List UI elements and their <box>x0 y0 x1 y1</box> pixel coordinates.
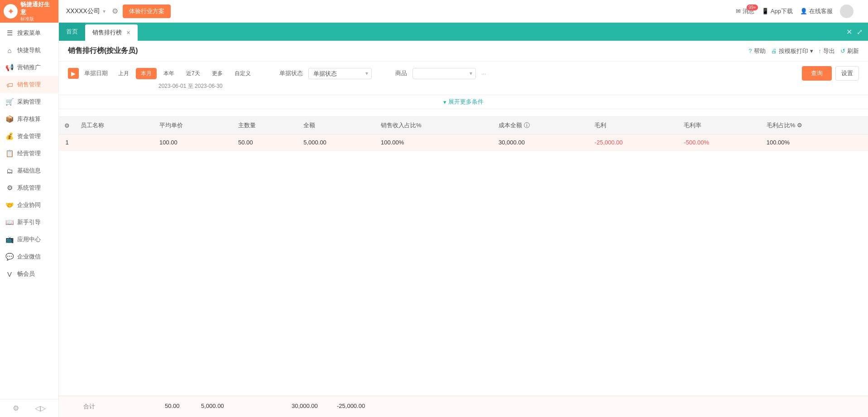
more-filters-icon[interactable]: ··· <box>481 70 486 77</box>
expand-conditions-button[interactable]: ▾ 展开更多条件 <box>443 98 484 106</box>
export-button[interactable]: ↑ 导出 <box>819 47 835 55</box>
sidebar-item-operation[interactable]: 📋经营管理 <box>0 145 58 162</box>
filter-collapse-icon[interactable]: ▶ <box>68 68 79 79</box>
sidebar-label-basic: 基础信息 <box>17 167 41 175</box>
online-service-button[interactable]: 👤 在线客服 <box>800 7 833 15</box>
sidebar-label-sales: 销售管理 <box>17 81 41 89</box>
th-gross: 毛利 <box>589 117 678 134</box>
th-amount: 全额 <box>298 117 375 134</box>
tabbar-restore-icon[interactable]: ⤢ <box>857 28 863 36</box>
app-download-button[interactable]: 📱 App下载 <box>762 7 793 15</box>
status-select[interactable]: 单据状态 <box>308 68 372 79</box>
sidebar-item-apps[interactable]: 📺应用中心 <box>0 231 58 248</box>
filter-btn-7days[interactable]: 近7天 <box>181 68 205 79</box>
filter-btn-this-month[interactable]: 本月 <box>136 68 157 79</box>
query-button[interactable]: 查询 <box>802 66 832 81</box>
sidebar-item-inventory[interactable]: 📦库存核算 <box>0 110 58 128</box>
td-rank: 1 <box>59 134 75 151</box>
footer-sales-pct <box>241 401 286 412</box>
th-sales-pct: 销售收入占比% <box>375 117 493 134</box>
print-dropdown-icon: ▾ <box>810 48 813 54</box>
message-button[interactable]: ✉ 消息 99+ <box>736 7 754 15</box>
nav-icon: ⌂ <box>5 47 14 54</box>
page-title: 销售排行榜(按业务员) <box>68 46 138 56</box>
td-sales-pct: 100.00% <box>375 134 493 151</box>
marketing-icon: 📢 <box>5 63 14 72</box>
app-download-icon: 📱 <box>762 8 769 14</box>
print-button[interactable]: 🖨 按模板打印 ▾ <box>771 47 813 55</box>
th-gross-pct: 毛利占比% ⚙ <box>761 117 868 134</box>
sidebar-label-finance: 资金管理 <box>17 132 41 140</box>
filter-btn-this-year[interactable]: 本年 <box>158 68 179 79</box>
collapse-sidebar-icon[interactable]: ◁▷ <box>35 404 46 412</box>
company-name: XXXXX公司 <box>66 7 100 15</box>
filter-btn-last-month[interactable]: 上月 <box>113 68 134 79</box>
filter-action-buttons: 查询 设置 <box>802 66 859 81</box>
date-range-display: 2023-06-01 至 2023-06-30 <box>158 82 859 90</box>
settings-footer-icon[interactable]: ⚙ <box>13 404 19 412</box>
tab-close-icon[interactable]: ✕ <box>126 30 130 36</box>
sidebar-item-marketing[interactable]: 📢营销推广 <box>0 59 58 76</box>
tab-home[interactable]: 首页 <box>59 23 85 41</box>
main-area: XXXXX公司 ▾ ⚙ 体验行业方案 ✉ 消息 99+ 📱 App下载 👤 在线… <box>59 0 868 417</box>
export-icon: ↑ <box>819 48 822 54</box>
sidebar-item-member[interactable]: V畅会员 <box>0 265 58 283</box>
apps-icon: 📺 <box>5 235 14 244</box>
sidebar: ✦ 畅捷通好生意 标准版 ☰搜索菜单⌂快捷导航📢营销推广🏷销售管理🛒采购管理📦库… <box>0 0 59 417</box>
sidebar-label-system: 系统管理 <box>17 184 41 192</box>
sidebar-item-wechat[interactable]: 💬企业微信 <box>0 248 58 265</box>
td-qty: 50.00 <box>233 134 298 151</box>
sidebar-item-search[interactable]: ☰搜索菜单 <box>0 24 58 42</box>
sidebar-item-sales[interactable]: 🏷销售管理 <box>0 76 58 93</box>
sidebar-item-basic[interactable]: 🗂基础信息 <box>0 162 58 179</box>
sidebar-label-inventory: 库存核算 <box>17 115 41 123</box>
refresh-button[interactable]: ↺ 刷新 <box>840 47 859 55</box>
footer-qty: 50.00 <box>159 401 196 412</box>
sidebar-label-member: 畅会员 <box>17 270 35 278</box>
expand-label: 展开更多条件 <box>448 98 484 106</box>
filter-row: ▶ 单据日期 上月 本月 本年 近7天 更多 自定义 单据状态 单据状态 <box>68 66 859 81</box>
footer-cost: 30,000.00 <box>286 401 331 412</box>
purchase-icon: 🛒 <box>5 98 14 106</box>
sidebar-item-purchase[interactable]: 🛒采购管理 <box>0 93 58 110</box>
print-label: 按模板打印 <box>779 47 808 55</box>
sidebar-item-guide[interactable]: 📖新手引导 <box>0 214 58 231</box>
footer-gross-pct <box>422 401 467 412</box>
home-tab-label: 首页 <box>66 28 78 36</box>
app-edition: 标准版 <box>20 16 55 22</box>
topbar-gear-icon[interactable]: ⚙ <box>112 7 118 15</box>
goods-select[interactable] <box>412 68 476 79</box>
help-icon: ? <box>748 48 752 54</box>
service-icon: 👤 <box>800 8 807 14</box>
user-avatar[interactable] <box>840 5 854 18</box>
tabbar-actions: ✕ ⤢ <box>846 28 868 36</box>
sidebar-item-system[interactable]: ⚙系统管理 <box>0 179 58 197</box>
setting-button[interactable]: 设置 <box>835 66 859 81</box>
table-row: 1 100.00 50.00 5,000.00 100.00% 30,000.0… <box>59 134 868 151</box>
tab-ranking[interactable]: 销售排行榜 ✕ <box>85 24 138 41</box>
status-select-wrap: 单据状态 <box>308 68 372 79</box>
sidebar-item-nav[interactable]: ⌂快捷导航 <box>0 42 58 59</box>
th-settings[interactable]: ⚙ <box>59 117 75 134</box>
sidebar-label-marketing: 营销推广 <box>17 63 41 72</box>
th-qty: 主数量 <box>233 117 298 134</box>
filter-btn-custom[interactable]: 自定义 <box>230 68 256 79</box>
expand-bar: ▾ 展开更多条件 <box>59 95 868 109</box>
message-icon: ✉ <box>736 8 741 14</box>
page-content: 销售排行榜(按业务员) ? 帮助 🖨 按模板打印 ▾ ↑ 导出 ↺ 刷新 <box>59 41 868 417</box>
help-button[interactable]: ? 帮助 <box>748 47 765 55</box>
sidebar-nav: ☰搜索菜单⌂快捷导航📢营销推广🏷销售管理🛒采购管理📦库存核算💰资金管理📋经营管理… <box>0 23 58 399</box>
date-filter-buttons: 上月 本月 本年 近7天 更多 自定义 <box>113 68 256 79</box>
status-filter-label: 单据状态 <box>279 69 303 77</box>
filter-btn-more[interactable]: 更多 <box>207 68 228 79</box>
sidebar-item-coop[interactable]: 🤝企业协同 <box>0 197 58 214</box>
company-selector[interactable]: XXXXX公司 ▾ <box>66 7 106 15</box>
goods-select-wrap <box>412 68 476 79</box>
tabbar-close-icon[interactable]: ✕ <box>846 28 852 36</box>
print-icon: 🖨 <box>771 48 777 54</box>
sidebar-item-finance[interactable]: 💰资金管理 <box>0 128 58 145</box>
settings-col-icon: ⚙ <box>64 122 70 129</box>
sidebar-label-search: 搜索菜单 <box>17 29 41 37</box>
trial-button[interactable]: 体验行业方案 <box>123 5 171 18</box>
inventory-icon: 📦 <box>5 115 14 123</box>
